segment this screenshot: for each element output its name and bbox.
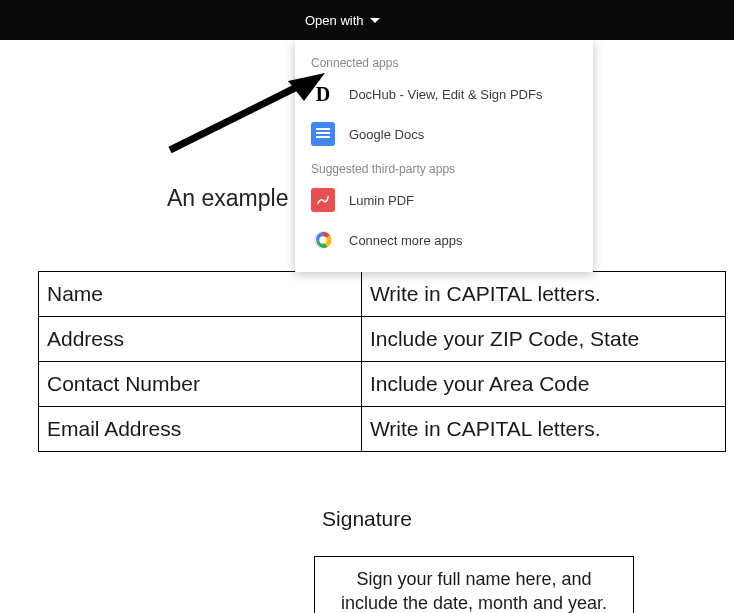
dropdown-item-label: Lumin PDF (349, 193, 414, 208)
form-table: Name Write in CAPITAL letters. Address I… (38, 271, 726, 452)
open-with-label: Open with (305, 13, 364, 28)
dropdown-item-label: Connect more apps (349, 233, 462, 248)
dropdown-item-connect-more[interactable]: Connect more apps (295, 220, 593, 260)
dochub-icon: D (311, 82, 335, 106)
table-cell-value: Include your ZIP Code, State (361, 317, 725, 362)
svg-point-1 (319, 236, 326, 243)
svg-line-2 (170, 83, 305, 150)
table-row: Name Write in CAPITAL letters. (39, 272, 726, 317)
table-row: Email Address Write in CAPITAL letters. (39, 407, 726, 452)
table-cell-label: Email Address (39, 407, 362, 452)
table-cell-label: Name (39, 272, 362, 317)
google-docs-icon (311, 122, 335, 146)
signature-heading: Signature (0, 507, 734, 531)
top-toolbar: Open with (0, 0, 734, 40)
table-cell-value: Include your Area Code (361, 362, 725, 407)
dropdown-item-dochub[interactable]: D DocHub - View, Edit & Sign PDFs (295, 74, 593, 114)
lumin-pdf-icon (311, 188, 335, 212)
dropdown-item-label: Google Docs (349, 127, 424, 142)
table-cell-label: Contact Number (39, 362, 362, 407)
open-with-dropdown: Connected apps D DocHub - View, Edit & S… (295, 40, 593, 272)
table-cell-label: Address (39, 317, 362, 362)
table-row: Address Include your ZIP Code, State (39, 317, 726, 362)
document-heading: An example (167, 185, 288, 212)
dropdown-section-suggested: Suggested third-party apps (295, 154, 593, 180)
table-cell-value: Write in CAPITAL letters. (361, 272, 725, 317)
table-cell-value: Write in CAPITAL letters. (361, 407, 725, 452)
dropdown-section-connected: Connected apps (295, 48, 593, 74)
open-with-button[interactable]: Open with (295, 7, 390, 34)
dropdown-item-lumin[interactable]: Lumin PDF (295, 180, 593, 220)
dropdown-item-label: DocHub - View, Edit & Sign PDFs (349, 87, 542, 102)
dropdown-item-google-docs[interactable]: Google Docs (295, 114, 593, 154)
caret-down-icon (370, 18, 380, 23)
connect-more-icon (311, 228, 335, 252)
signature-instruction-box: Sign your full name here, and include th… (314, 556, 634, 613)
table-row: Contact Number Include your Area Code (39, 362, 726, 407)
